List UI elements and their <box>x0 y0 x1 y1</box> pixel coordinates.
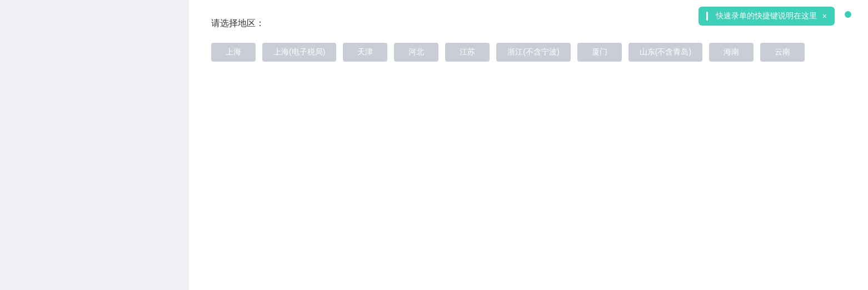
region-button-hainan[interactable]: 海南 <box>709 43 754 62</box>
region-button-shandong[interactable]: 山东(不含青岛) <box>628 43 702 62</box>
left-panel <box>0 0 189 290</box>
region-button-yunnan[interactable]: 云南 <box>760 43 805 62</box>
tooltip-banner: 快速录单的快捷键说明在这里 × <box>699 7 835 26</box>
main-content: 请选择地区： 上海上海(电子税局)天津河北江苏浙江(不含宁波)厦门山东(不含青岛… <box>189 0 868 290</box>
region-button-zhejiang[interactable]: 浙江(不含宁波) <box>496 43 570 62</box>
tooltip-dot <box>845 11 851 18</box>
region-button-tianjin[interactable]: 天津 <box>343 43 387 62</box>
region-button-jiangsu[interactable]: 江苏 <box>445 43 490 62</box>
region-button-shanghai-etax[interactable]: 上海(电子税局) <box>262 43 336 62</box>
region-buttons: 上海上海(电子税局)天津河北江苏浙江(不含宁波)厦门山东(不含青岛)海南云南 <box>211 43 846 62</box>
region-button-shanghai[interactable]: 上海 <box>211 43 256 62</box>
tooltip-text: 快速录单的快捷键说明在这里 <box>716 11 817 21</box>
region-button-hebei[interactable]: 河北 <box>394 43 438 62</box>
region-button-xiamen[interactable]: 厦门 <box>577 43 622 62</box>
tooltip-close-button[interactable]: × <box>822 12 827 21</box>
